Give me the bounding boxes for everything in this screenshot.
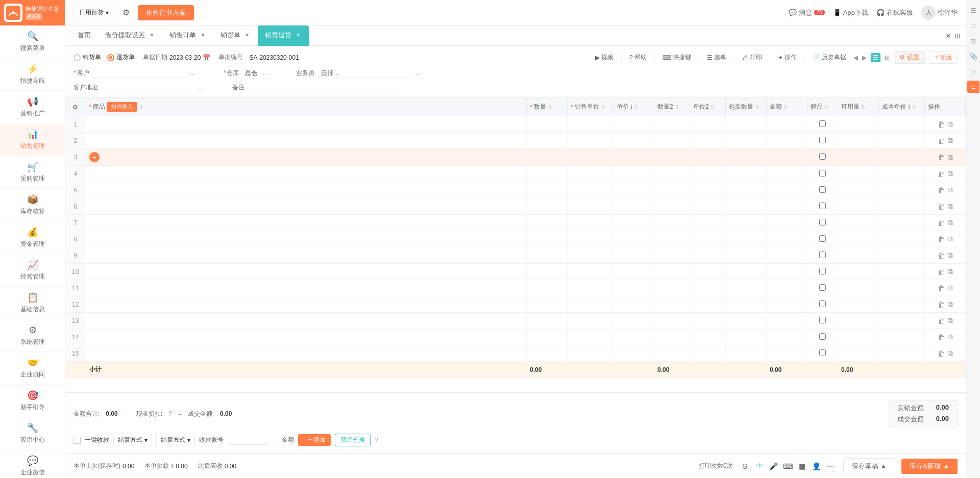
right-icon-3[interactable]: ⊞ [967, 35, 979, 47]
row-qty2-15[interactable] [654, 345, 690, 362]
price-input-5[interactable] [617, 185, 651, 195]
unit2-input-12[interactable] [693, 299, 722, 309]
row-unit2-6[interactable] [690, 198, 726, 215]
row-unit-15[interactable] [568, 345, 614, 362]
unit2-input-3[interactable] [693, 152, 722, 162]
row-amount-2[interactable] [767, 133, 807, 149]
delete-icon-6[interactable]: 🗑 [938, 203, 945, 211]
gift-checkbox-4[interactable] [819, 170, 826, 177]
price-input-13[interactable] [617, 316, 651, 325]
product-input-15[interactable] [89, 348, 524, 358]
gift-checkbox-14[interactable] [819, 333, 826, 340]
delete-icon-14[interactable]: 🗑 [938, 333, 945, 341]
unit-input-13[interactable] [571, 316, 610, 325]
row-pkg-4[interactable] [726, 166, 767, 182]
row-unit-8[interactable] [568, 231, 614, 247]
amount-input-4[interactable] [770, 169, 804, 179]
qty2-input-2[interactable] [657, 136, 687, 145]
gift-checkbox-11[interactable] [819, 284, 826, 291]
row-unit2-1[interactable] [690, 116, 726, 133]
pkg-input-3[interactable] [729, 152, 763, 162]
delete-icon-7[interactable]: 🗑 [938, 219, 945, 227]
pkg-input-7[interactable] [729, 218, 763, 228]
price-input-12[interactable] [617, 299, 651, 309]
unit-input-4[interactable] [571, 169, 610, 179]
gift-checkbox-10[interactable] [819, 268, 826, 274]
row-price-10[interactable] [614, 264, 654, 280]
right-icon-4[interactable]: 📎 [967, 50, 979, 62]
row-pkg-1[interactable] [726, 116, 767, 133]
row-qty2-13[interactable] [654, 313, 690, 329]
price-input-15[interactable] [617, 348, 651, 358]
unit2-input-7[interactable] [693, 218, 722, 228]
customer-dots[interactable]: ... [190, 69, 195, 77]
row-amount-1[interactable] [767, 116, 807, 133]
price-input-11[interactable] [617, 283, 651, 293]
tab-3[interactable]: 销货单✕ [213, 26, 258, 46]
unit-input-9[interactable] [571, 250, 610, 260]
copy-icon-11[interactable]: ⧉ [948, 284, 953, 292]
customer-input[interactable] [92, 68, 185, 78]
row-pkg-7[interactable] [726, 215, 767, 231]
price-input-10[interactable] [617, 267, 651, 276]
row-amount-3[interactable] [767, 149, 807, 166]
row-qty2-7[interactable] [654, 215, 690, 231]
unit2-input-15[interactable] [693, 348, 722, 358]
price-info-icon[interactable]: ℹ [630, 104, 632, 110]
pkg-input-12[interactable] [729, 299, 763, 309]
row-unit-4[interactable] [568, 166, 614, 182]
row-qty-2[interactable] [527, 133, 568, 149]
qty2-input-7[interactable] [657, 218, 687, 228]
qty2-input-1[interactable] [657, 119, 687, 129]
calendar-icon[interactable]: 📅 [203, 54, 210, 61]
row-pkg-3[interactable] [726, 149, 767, 166]
qty2-input-13[interactable] [657, 316, 687, 325]
price-input-4[interactable] [617, 169, 651, 179]
right-icon-6[interactable]: ⊂ [967, 81, 979, 93]
delete-icon-3[interactable]: 🗑 [938, 153, 945, 161]
row-amount-11[interactable] [767, 280, 807, 296]
remark-input[interactable] [248, 82, 401, 92]
unit2-input-4[interactable] [693, 169, 722, 179]
online-service-item[interactable]: 🎧 在线客服 [876, 8, 913, 17]
row-qty2-3[interactable] [654, 149, 690, 166]
sidebar-item-12[interactable]: 🔧应用中心 [0, 417, 65, 450]
pkg-input-2[interactable] [729, 136, 763, 145]
row-unit2-5[interactable] [690, 182, 726, 198]
qty-input-14[interactable] [530, 332, 564, 342]
pkg-input-5[interactable] [729, 185, 763, 195]
row-price-15[interactable] [614, 345, 654, 362]
right-icon-5[interactable]: ☆ [967, 65, 979, 78]
copy-icon-6[interactable]: ⧉ [948, 202, 953, 211]
row-unit-10[interactable] [568, 264, 614, 280]
row-unit2-3[interactable] [690, 149, 726, 166]
row-unit2-14[interactable] [690, 329, 726, 345]
logistics-button[interactable]: + 物流 [929, 51, 958, 64]
cost-sort-icon[interactable]: ⇅ [912, 104, 916, 110]
delete-icon-15[interactable]: 🗑 [938, 349, 945, 358]
row-product-9[interactable] [86, 247, 527, 264]
copy-icon-4[interactable]: ⧉ [948, 169, 953, 178]
copy-icon-2[interactable]: ⧉ [948, 136, 953, 145]
qty2-input-5[interactable] [657, 185, 687, 195]
sidebar-item-8[interactable]: 📋基础信息 [0, 287, 65, 319]
save-draft-button[interactable]: 保存草稿 ▲ [843, 458, 896, 474]
row-unit2-12[interactable] [690, 296, 726, 313]
pkg-input-6[interactable] [729, 202, 763, 211]
sidebar-item-2[interactable]: 📢营销推广 [0, 91, 65, 123]
gift-checkbox-13[interactable] [819, 317, 826, 323]
row-price-12[interactable] [614, 296, 654, 313]
row-qty-8[interactable] [527, 231, 568, 247]
amount-input-3[interactable] [770, 152, 804, 162]
gift-checkbox-12[interactable] [819, 300, 826, 307]
copy-icon-7[interactable]: ⧉ [948, 218, 953, 227]
price-input-6[interactable] [617, 202, 651, 211]
single-debt-info[interactable]: ℹ [171, 463, 174, 470]
row-qty2-11[interactable] [654, 280, 690, 296]
tab-close-2[interactable]: ✕ [199, 32, 206, 39]
settings-icon[interactable]: ⚙ [72, 104, 78, 111]
row-unit-6[interactable] [568, 198, 614, 215]
pkg-sort-icon[interactable]: ⇅ [755, 104, 759, 110]
price-input-3[interactable] [617, 152, 651, 162]
gift-checkbox-8[interactable] [819, 235, 826, 242]
